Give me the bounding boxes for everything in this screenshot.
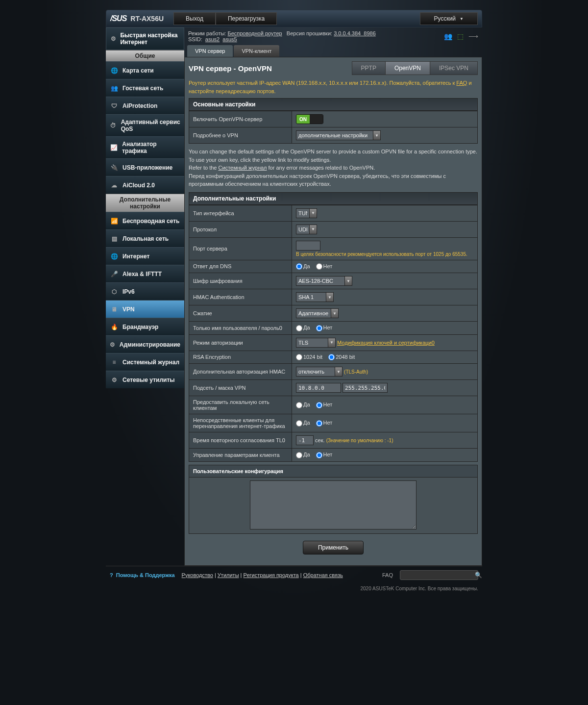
search-input[interactable] xyxy=(403,571,475,579)
redirect-yes-radio[interactable] xyxy=(296,420,302,427)
manage-no-radio[interactable] xyxy=(316,452,322,458)
manual-link[interactable]: Руководство xyxy=(182,572,213,578)
nav-label: Брандмауэр xyxy=(122,324,158,330)
subnet-input[interactable] xyxy=(296,383,341,393)
nav-ipv6[interactable]: ⬡IPv6 xyxy=(106,282,184,300)
proto-select[interactable] xyxy=(296,225,310,234)
port-label: Порт сервера xyxy=(189,237,292,260)
quick-setup[interactable]: ⚙ Быстрая настройка Интернет xyxy=(106,27,184,50)
dropdown-icon[interactable]: ▼ xyxy=(373,130,381,140)
tls-hint: (TLS-Auth) xyxy=(344,369,368,375)
fw-link[interactable]: 3.0.0.4.384_8986 xyxy=(334,30,376,36)
connection-icon[interactable]: ⬚ xyxy=(457,32,464,40)
dropdown-icon[interactable]: ▼ xyxy=(335,367,343,377)
help-support[interactable]: ? Помощь & Поддержка xyxy=(110,572,175,578)
apply-button[interactable]: Применить xyxy=(303,541,364,554)
registration-link[interactable]: Регистрация продукта xyxy=(244,572,299,578)
manage-label: Управление параметрами клиента xyxy=(189,449,292,462)
dropdown-icon[interactable]: ▼ xyxy=(331,308,339,318)
utilities-link[interactable]: Утилиты xyxy=(218,572,239,578)
vpn-detail-select[interactable] xyxy=(296,130,373,140)
nav-alexa[interactable]: 🎤Alexa & IFTTT xyxy=(106,265,184,282)
nav-aicloud[interactable]: ☁AiCloud 2.0 xyxy=(106,176,184,194)
nav-network-map[interactable]: 🌐Карта сети xyxy=(106,61,184,79)
ssid2-link[interactable]: asus5 xyxy=(222,36,237,42)
feedback-link[interactable]: Обратная связь xyxy=(303,572,343,578)
pwonly-yes-radio[interactable] xyxy=(296,325,302,331)
comp-select[interactable] xyxy=(296,308,331,318)
reneg-input[interactable] xyxy=(296,435,314,445)
general-header: Общие xyxy=(106,50,184,61)
dropdown-icon[interactable]: ▼ xyxy=(326,292,334,302)
mode-link[interactable]: Беспроводной роутер xyxy=(227,30,282,36)
subtab-ipsec[interactable]: IPSec VPN xyxy=(430,62,477,75)
dropdown-icon[interactable]: ▼ xyxy=(309,208,317,218)
ssid1-link[interactable]: asus2 xyxy=(205,36,220,42)
hmac-label: HMAC Authentication xyxy=(189,289,292,305)
subtab-pptp[interactable]: PPTP xyxy=(352,62,386,75)
iface-select[interactable] xyxy=(296,208,310,218)
auth-label: Режим авторизации xyxy=(189,334,292,351)
manage-yes-radio[interactable] xyxy=(296,452,302,458)
nav-wireless[interactable]: 📶Беспроводная сеть xyxy=(106,212,184,229)
nav-label: Гостевая сеть xyxy=(122,85,163,92)
language-label: Русский xyxy=(434,15,456,22)
usb-status-icon[interactable]: ⟶ xyxy=(468,32,478,40)
enable-toggle[interactable]: ON xyxy=(296,114,323,124)
nav-qos[interactable]: ⏱Адаптивный сервис QoS xyxy=(106,114,184,136)
nav-admin[interactable]: ⚙Администрирование xyxy=(106,335,184,353)
syslog-link[interactable]: Системный журнал xyxy=(219,165,267,171)
tab-vpn-client[interactable]: VPN-клиент xyxy=(234,45,279,57)
mode-label: Режим работы: xyxy=(188,30,226,36)
nav-traffic[interactable]: 📈Анализатор трафика xyxy=(106,136,184,158)
basic-section-title: Основные настройки xyxy=(189,98,478,111)
cipher-label: Шифр шифрования xyxy=(189,273,292,289)
search-icon[interactable]: 🔍 xyxy=(475,572,482,579)
dropdown-icon[interactable]: ▼ xyxy=(309,225,317,234)
push-yes-radio[interactable] xyxy=(296,402,302,408)
subtab-openvpn[interactable]: OpenVPN xyxy=(386,62,430,75)
dropdown-icon[interactable]: ▼ xyxy=(344,276,352,286)
dns-label: Ответ для DNS xyxy=(189,260,292,273)
dns-no-radio[interactable] xyxy=(316,263,322,270)
tls-select[interactable] xyxy=(296,367,335,377)
dropdown-icon[interactable]: ▼ xyxy=(328,338,336,348)
logout-button[interactable]: Выход xyxy=(173,12,216,25)
nav-wan[interactable]: 🌐Интернет xyxy=(106,247,184,265)
auth-select[interactable] xyxy=(296,338,328,348)
mask-input[interactable] xyxy=(343,383,388,393)
language-selector[interactable]: Русский ▼ xyxy=(420,12,478,25)
reboot-button[interactable]: Перезагрузка xyxy=(216,12,277,25)
model-label: RT-AX56U xyxy=(130,15,164,23)
rsa-1024-radio[interactable] xyxy=(296,354,302,360)
cipher-select[interactable] xyxy=(296,276,345,286)
fw-label: Версия прошивки: xyxy=(287,30,332,36)
push-no-radio[interactable] xyxy=(316,402,322,408)
nav-vpn[interactable]: 🖥VPN xyxy=(106,300,184,318)
dns-yes-radio[interactable] xyxy=(296,263,302,270)
rsa-2048-radio[interactable] xyxy=(328,354,335,360)
port-input[interactable] xyxy=(296,241,320,251)
brand-logo: /SUS xyxy=(110,14,126,23)
clients-icon[interactable]: 👥 xyxy=(444,32,452,40)
nav-aiprotection[interactable]: 🛡AiProtection xyxy=(106,97,184,114)
nav-usb[interactable]: 🔌USB-приложение xyxy=(106,158,184,176)
reneg-hint: (Значение по умолчанию : -1) xyxy=(326,438,393,443)
tab-vpn-server[interactable]: VPN сервер xyxy=(187,45,233,57)
faq-label: FAQ xyxy=(382,572,393,578)
faq-link-inline[interactable]: FAQ xyxy=(456,80,467,86)
nav-firewall[interactable]: 🔥Брандмауэр xyxy=(106,318,184,335)
hmac-select[interactable] xyxy=(296,292,326,302)
nav-tools[interactable]: ⚙Сетевые утилиты xyxy=(106,371,184,388)
redirect-no-radio[interactable] xyxy=(316,420,322,427)
modify-cert-link[interactable]: Модификация ключей и сертификаци0 xyxy=(337,340,435,346)
search-box[interactable]: 🔍 xyxy=(400,570,478,580)
pwonly-no-radio[interactable] xyxy=(316,325,322,331)
globe-icon: 🌐 xyxy=(110,66,119,75)
nav-label: AiCloud 2.0 xyxy=(122,182,155,189)
nav-syslog[interactable]: ≡Системный журнал xyxy=(106,353,184,371)
nav-guest[interactable]: 👥Гостевая сеть xyxy=(106,79,184,97)
nav-lan[interactable]: ▤Локальная сеть xyxy=(106,229,184,247)
voice-icon: 🎤 xyxy=(110,270,119,278)
usercfg-textarea[interactable] xyxy=(250,480,416,529)
